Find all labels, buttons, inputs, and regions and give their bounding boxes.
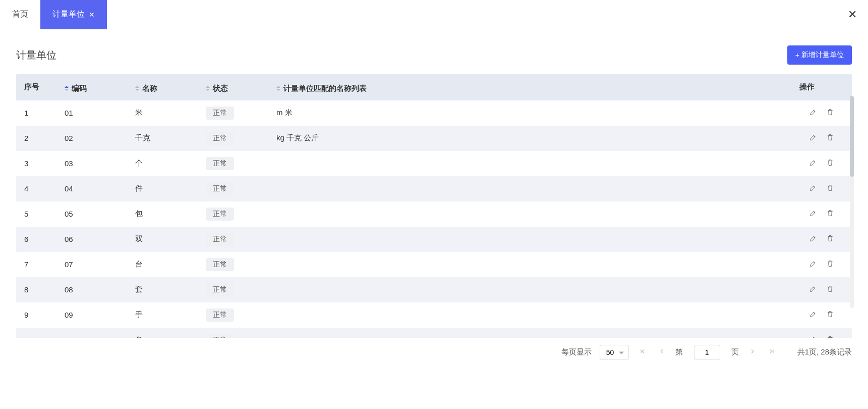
tab-measure-unit[interactable]: 计量单位 ✕ — [40, 0, 107, 29]
status-badge: 正常 — [206, 258, 234, 271]
edit-icon[interactable] — [809, 310, 817, 320]
cell-actions — [791, 201, 852, 227]
cell-name: 个 — [127, 151, 198, 176]
cell-code: 02 — [56, 126, 127, 151]
delete-icon[interactable] — [826, 260, 834, 269]
tab-measure-unit-label: 计量单位 — [52, 9, 85, 20]
cell-seq: 3 — [16, 151, 56, 176]
close-icon[interactable]: ✕ — [89, 11, 95, 19]
status-badge: 正常 — [206, 157, 234, 170]
cell-code: 08 — [56, 277, 127, 302]
status-badge: 正常 — [206, 208, 234, 221]
cell-aliases — [268, 302, 791, 328]
cell-code: 05 — [56, 201, 127, 227]
tab-home-label: 首页 — [12, 9, 28, 20]
edit-icon[interactable] — [809, 184, 817, 193]
cell-actions — [791, 100, 852, 126]
cell-aliases — [268, 176, 791, 201]
cell-name: 台 — [127, 252, 198, 277]
tabs-bar: 首页 计量单位 ✕ ✕ — [0, 0, 868, 29]
col-header-name[interactable]: 名称 — [127, 74, 198, 100]
cell-actions — [791, 302, 852, 328]
col-header-status-label: 状态 — [213, 84, 228, 93]
edit-icon[interactable] — [809, 133, 817, 143]
next-page-button[interactable] — [747, 346, 758, 359]
table-wrap: 序号 编码 名称 — [16, 74, 852, 338]
edit-icon[interactable] — [809, 108, 817, 118]
cell-aliases — [268, 201, 791, 227]
col-header-aliases[interactable]: 计量单位匹配的名称列表 — [268, 74, 791, 100]
cell-seq: 8 — [16, 277, 56, 302]
scroll-thumb[interactable] — [850, 96, 854, 177]
edit-icon[interactable] — [809, 159, 817, 168]
tab-home[interactable]: 首页 — [0, 0, 40, 29]
table-row: 808套正常 — [16, 277, 852, 302]
sort-icon[interactable] — [135, 86, 139, 91]
edit-icon[interactable] — [809, 260, 817, 269]
prev-page-button[interactable] — [656, 346, 667, 359]
col-header-actions-label: 操作 — [799, 82, 815, 91]
status-badge: 正常 — [206, 309, 234, 322]
cell-name: 米 — [127, 100, 198, 126]
cell-status: 正常 — [198, 176, 268, 201]
edit-icon[interactable] — [809, 234, 817, 244]
table-row: 909手正常 — [16, 302, 852, 328]
plus-icon — [795, 51, 799, 59]
first-page-button[interactable] — [637, 346, 648, 359]
col-header-code[interactable]: 编码 — [56, 74, 127, 100]
cell-aliases — [268, 328, 791, 338]
table-row: 202千克正常kg 千克 公斤 — [16, 126, 852, 151]
cell-code: 07 — [56, 252, 127, 277]
cell-aliases — [268, 151, 791, 176]
delete-icon[interactable] — [826, 234, 834, 244]
status-badge: 正常 — [206, 334, 234, 338]
per-page-label: 每页显示 — [561, 347, 592, 357]
cell-actions — [791, 328, 852, 338]
delete-icon[interactable] — [826, 209, 834, 219]
cell-seq: 1 — [16, 100, 56, 126]
table-row: 606双正常 — [16, 227, 852, 252]
col-header-aliases-label: 计量单位匹配的名称列表 — [283, 84, 367, 93]
last-page-button[interactable] — [766, 346, 777, 359]
delete-icon[interactable] — [826, 310, 834, 320]
col-header-status[interactable]: 状态 — [198, 74, 268, 100]
cell-actions — [791, 252, 852, 277]
cell-seq: 7 — [16, 252, 56, 277]
sort-icon[interactable] — [276, 86, 280, 91]
col-header-name-label: 名称 — [142, 84, 157, 93]
delete-icon[interactable] — [826, 159, 834, 168]
col-header-actions: 操作 — [791, 74, 852, 100]
cell-seq: 6 — [16, 227, 56, 252]
edit-icon[interactable] — [809, 285, 817, 294]
delete-icon[interactable] — [826, 133, 834, 143]
cell-actions — [791, 227, 852, 252]
scrollbar[interactable] — [850, 96, 854, 308]
cell-aliases: m 米 — [268, 100, 791, 126]
close-all-icon[interactable]: ✕ — [844, 4, 861, 25]
cell-code: 03 — [56, 151, 127, 176]
page-input[interactable] — [694, 345, 720, 360]
cell-code: 10 — [56, 328, 127, 338]
delete-icon[interactable] — [826, 285, 834, 294]
delete-icon[interactable] — [826, 184, 834, 193]
status-badge: 正常 — [206, 182, 234, 195]
status-badge: 正常 — [206, 233, 234, 246]
per-page-select[interactable]: 50 — [600, 345, 629, 360]
page-prefix: 第 — [675, 347, 683, 357]
add-unit-label: 新增计量单位 — [801, 50, 844, 60]
table-row: 1010条正常 — [16, 328, 852, 338]
add-unit-button[interactable]: 新增计量单位 — [787, 45, 852, 65]
cell-aliases: kg 千克 公斤 — [268, 126, 791, 151]
sort-icon[interactable] — [65, 86, 69, 91]
delete-icon[interactable] — [826, 335, 834, 338]
units-table: 序号 编码 名称 — [16, 74, 852, 100]
edit-icon[interactable] — [809, 335, 817, 338]
cell-name: 包 — [127, 201, 198, 227]
cell-name: 件 — [127, 176, 198, 201]
col-header-seq: 序号 — [16, 74, 56, 100]
cell-actions — [791, 151, 852, 176]
sort-icon[interactable] — [206, 86, 210, 91]
edit-icon[interactable] — [809, 209, 817, 219]
cell-aliases — [268, 277, 791, 302]
delete-icon[interactable] — [826, 108, 834, 118]
